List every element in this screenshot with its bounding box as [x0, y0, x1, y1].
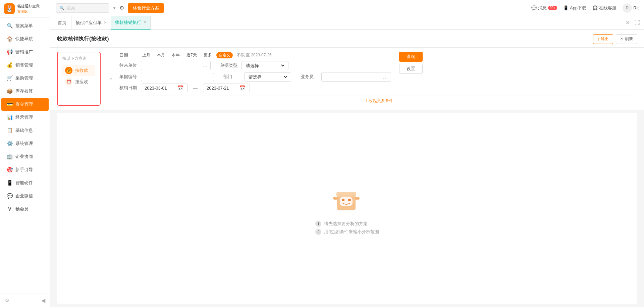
sidebar-item-inventory[interactable]: 📦 库存核算	[1, 85, 49, 98]
counterparty-input[interactable]	[144, 63, 200, 68]
online-service-label: 在线客服	[599, 5, 616, 11]
hint-number-2: 2	[315, 229, 321, 235]
search-icon: 🔍	[59, 6, 64, 10]
doc-number-input[interactable]	[144, 74, 211, 80]
sidebar-label-marketing: 营销推广	[15, 49, 33, 55]
svg-point-3	[342, 199, 344, 201]
salesperson-dots-icon[interactable]: …	[383, 74, 388, 80]
sidebar: 🐰 畅捷通好生意 标准版 🔍 搜索菜单 🏠 快捷导航 📢 营销推广 💰 销售管理…	[0, 0, 50, 307]
sidebar-label-member: 畅会员	[15, 206, 29, 212]
page-header-actions: ↑ 导出 ↻ 刷新	[593, 34, 637, 44]
tab-receipt-verify-label: 收款核销执行	[115, 19, 141, 25]
search-placeholder-text: 搜索...	[66, 5, 79, 11]
sidebar-item-search-menu[interactable]: 🔍 搜索菜单	[1, 19, 49, 32]
sidebar-item-basic-info[interactable]: 📋 基础信息	[1, 124, 49, 137]
counterparty-dots-icon[interactable]: …	[202, 62, 208, 68]
verify-date-end-wrap: 2023-07-21 📅	[203, 84, 250, 92]
sidebar-label-hardware: 智能硬件	[15, 180, 33, 186]
query-type-by-receivable[interactable]: ⏰ 按应收	[62, 76, 95, 88]
topbar: 🔍 搜索... ▾ ⚙ 体验行业方案 💬 消息 99+ 📱 App下载 🎧 在线…	[50, 0, 644, 16]
tab-prepay-close-icon[interactable]: ✕	[104, 20, 107, 25]
refresh-btn[interactable]: ↻ 刷新	[616, 34, 637, 44]
hint-text-2: 用[过滤]条件来缩小分析范围	[324, 229, 379, 235]
member-icon: V	[7, 206, 13, 212]
verify-date-start-input[interactable]: 2023-03-01	[145, 86, 175, 91]
date-shortcut-more[interactable]: 更多	[202, 52, 214, 59]
sidebar-collapse-icon[interactable]: ◀	[41, 297, 45, 304]
query-btn[interactable]: 查询	[399, 52, 423, 62]
tab-close-all-icon[interactable]: ✕	[624, 18, 631, 27]
query-type-panel: 按以下方查询 💰 按收款 ⏰ 按应收	[57, 52, 101, 106]
sidebar-item-system[interactable]: ⚙️ 系统管理	[1, 137, 49, 150]
search-menu-icon: 🔍	[7, 23, 13, 29]
tab-expand-icon[interactable]: ⛶	[633, 18, 641, 27]
topbar-search[interactable]: 🔍 搜索...	[56, 3, 109, 13]
sidebar-settings-icon[interactable]: ⚙	[5, 297, 9, 304]
query-type-by-receipt[interactable]: 💰 按收款	[62, 65, 95, 76]
sidebar-item-hardware[interactable]: 📱 智能硬件	[1, 176, 49, 189]
purchase-icon: 🛒	[7, 75, 13, 81]
verify-date-end-calendar-icon[interactable]: 📅	[239, 85, 245, 91]
date-shortcut-last-month[interactable]: 上月	[140, 52, 152, 59]
sidebar-item-sales[interactable]: 💰 销售管理	[1, 59, 49, 71]
industry-btn[interactable]: 体验行业方案	[128, 3, 164, 13]
logo-icon: 🐰	[4, 3, 15, 14]
sidebar-menu: 🔍 搜索菜单 🏠 快捷导航 📢 营销推广 💰 销售管理 🛒 采购管理 📦 库存核…	[0, 18, 50, 294]
date-custom-badge[interactable]: 自定义	[216, 52, 233, 58]
doc-number-label: 单据编号	[119, 74, 137, 80]
date-shortcut-this-month[interactable]: 本月	[155, 52, 167, 59]
tab-receipt-verify[interactable]: 收款核销执行 ✕	[111, 16, 151, 30]
panel-collapse-btn[interactable]: «	[107, 52, 114, 106]
tab-receipt-verify-close-icon[interactable]: ✕	[143, 20, 146, 24]
sidebar-item-marketing[interactable]: 📢 营销推广	[1, 46, 49, 58]
tab-prepay[interactable]: 预付冲应付单 ✕	[71, 16, 111, 30]
messages-btn[interactable]: 💬 消息 99+	[531, 5, 557, 11]
settings-btn[interactable]: 设置	[399, 64, 423, 74]
empty-state: 1 请先选择要分析的方案 2 用[过滤]条件来缩小分析范围	[57, 113, 637, 304]
collapse-more-label: 收起更多条件	[369, 98, 393, 104]
online-service-btn[interactable]: 🎧 在线客服	[592, 5, 616, 11]
tabbar-actions: ✕ ⛶	[624, 18, 644, 27]
user-info[interactable]: R Rit	[623, 3, 639, 13]
doc-type-select[interactable]: 请选择	[245, 63, 285, 68]
sidebar-item-quick-nav[interactable]: 🏠 快捷导航	[1, 33, 49, 45]
sidebar-label-inventory: 库存核算	[15, 88, 33, 94]
sidebar-item-purchase[interactable]: 🛒 采购管理	[1, 72, 49, 85]
salesperson-label: 业务员	[301, 74, 317, 80]
svg-point-4	[348, 199, 351, 201]
collapse-more-btn[interactable]: 《 收起更多条件	[364, 98, 393, 104]
sidebar-label-sales: 销售管理	[15, 62, 33, 68]
app-download-label: App下载	[570, 5, 586, 11]
sidebar-item-member[interactable]: V 畅会员	[1, 203, 49, 215]
sidebar-item-wechat[interactable]: 💬 企业微信	[1, 190, 49, 202]
filter-row-date: 日期 上月 本月 本年 近7天 更多 自定义 不限 至 2023-07-26	[119, 52, 391, 59]
department-label: 部门	[223, 74, 240, 80]
salesperson-input[interactable]	[324, 74, 381, 80]
wechat-icon: 💬	[7, 193, 13, 199]
hint-text-1: 请先选择要分析的方案	[324, 221, 368, 227]
app-download-btn[interactable]: 📱 App下载	[563, 5, 586, 11]
date-shortcut-7days[interactable]: 近7天	[184, 52, 199, 59]
topbar-chevron-icon[interactable]: ▾	[113, 6, 115, 10]
beginner-icon: 🎯	[7, 167, 13, 173]
verify-date-end-input[interactable]: 2023-07-21	[207, 86, 237, 91]
verify-date-start-calendar-icon[interactable]: 📅	[177, 85, 183, 91]
doc-type-select-wrap: 请选择	[241, 61, 288, 70]
hint-number-1: 1	[315, 221, 321, 227]
inventory-icon: 📦	[7, 88, 13, 94]
tab-home[interactable]: 首页	[53, 16, 71, 30]
filter-row-counterparty: 往来单位 … 单据类型 请选择	[119, 61, 391, 70]
department-select[interactable]: 请选择	[247, 74, 288, 80]
date-shortcut-this-year[interactable]: 本年	[170, 52, 182, 59]
empty-svg	[330, 182, 364, 215]
sidebar-item-operation[interactable]: 📊 经营管理	[1, 111, 49, 124]
export-btn[interactable]: ↑ 导出	[593, 34, 613, 44]
sales-icon: 💰	[7, 62, 13, 68]
sidebar-label-search-menu: 搜索菜单	[15, 23, 33, 29]
sidebar-item-beginner[interactable]: 🎯 新手引导	[1, 163, 49, 176]
sidebar-item-finance[interactable]: 💳 资金管理	[1, 98, 49, 111]
filter-right: 日期 上月 本月 本年 近7天 更多 自定义 不限 至 2023-07-26	[119, 52, 637, 106]
sidebar-label-quick-nav: 快捷导航	[15, 36, 33, 42]
topbar-gear-icon[interactable]: ⚙	[119, 5, 124, 11]
sidebar-item-enterprise[interactable]: 🏢 企业协同	[1, 150, 49, 163]
